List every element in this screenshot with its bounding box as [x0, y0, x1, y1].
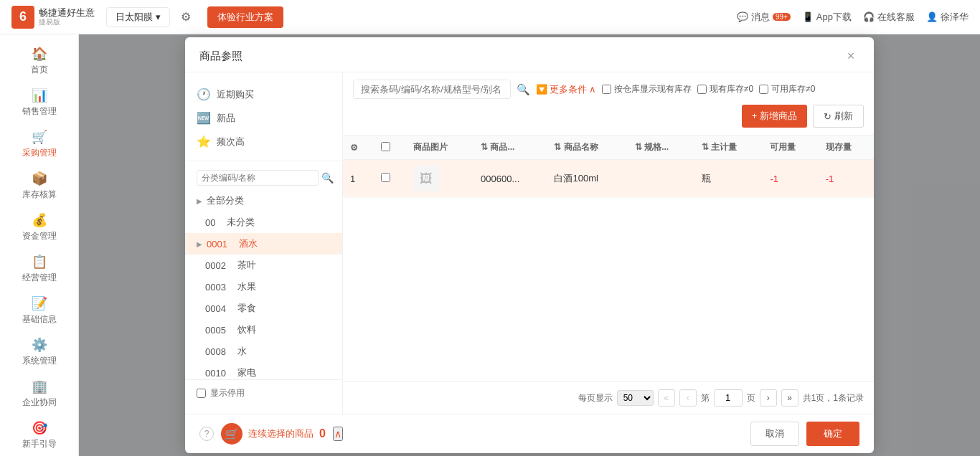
confirm-button[interactable]: 确定: [806, 422, 859, 446]
table-row[interactable]: 1 🖼 000600... 白酒100ml: [343, 160, 874, 198]
frequent-item[interactable]: ⭐ 频次高: [185, 130, 342, 153]
warehouse-checkbox[interactable]: [602, 85, 611, 94]
top-nav: 6 畅捷通好生意 捷易版 日太阳膜 ▾ ⚙ 体验行业方案 💬 消息 99+ 📱 …: [0, 0, 980, 34]
nav-right: 💬 消息 99+ 📱 App下载 🎧 在线客服 👤 徐泽华: [737, 11, 969, 24]
headset-icon: 🎧: [863, 11, 875, 22]
modal-header: 商品参照 ×: [185, 37, 874, 72]
basic-icon: 📝: [32, 295, 47, 311]
row-spec: [628, 160, 694, 198]
add-product-button[interactable]: + 新增商品: [742, 105, 807, 128]
per-page-select[interactable]: 50 10 20 100: [617, 390, 654, 406]
sidebar-item-operation[interactable]: 📋 经营管理: [0, 248, 78, 290]
cat-item-0010[interactable]: 0010 家电: [185, 362, 342, 379]
row-name: 白酒100ml: [547, 160, 627, 198]
sidebar-item-sales[interactable]: 📊 销售管理: [0, 82, 78, 123]
cancel-button[interactable]: 取消: [750, 422, 799, 446]
new-icon: 🆕: [197, 111, 211, 125]
cta-button[interactable]: 体验行业方案: [207, 6, 283, 28]
sort-icon-unit: ⇅: [702, 142, 709, 152]
cat-item-0008[interactable]: 0008 水: [185, 341, 342, 362]
app-download-item[interactable]: 📱 App下载: [802, 11, 852, 24]
next-page-button[interactable]: ›: [760, 389, 777, 407]
messages-nav-item[interactable]: 💬 消息 99+: [737, 11, 791, 24]
category-search-input[interactable]: [197, 170, 319, 186]
sort-icon: ⇅: [481, 142, 488, 152]
system-icon: ⚙️: [32, 337, 47, 353]
inventory-icon: 📦: [32, 171, 47, 186]
left-panel: 🕐 近期购买 🆕 新品 ⭐ 频次高: [185, 72, 343, 414]
sidebar-item-inventory[interactable]: 📦 库存核算: [0, 165, 78, 206]
sidebar-item-finance[interactable]: 💰 资金管理: [0, 206, 78, 248]
footer-buttons: 取消 确定: [750, 422, 859, 446]
sidebar-item-system[interactable]: ⚙️ 系统管理: [0, 331, 78, 373]
new-items-item[interactable]: 🆕 新品: [185, 106, 342, 130]
category-search-button[interactable]: 🔍: [321, 172, 334, 184]
col-settings: ⚙: [343, 136, 374, 160]
current-page-input[interactable]: [714, 389, 743, 407]
sidebar-item-enterprise[interactable]: 🏢 企业协同: [0, 373, 78, 414]
product-table: ⚙ 商品图片 ⇅ 商品... ⇅: [343, 136, 874, 198]
star-icon: ⭐: [197, 135, 211, 148]
col-checkbox: [374, 136, 407, 160]
modal-close-button[interactable]: ×: [842, 47, 859, 65]
row-code: 000600...: [473, 160, 547, 198]
modal: 商品参照 × 🕐 近期购买 🆕: [185, 37, 874, 453]
first-page-button[interactable]: «: [658, 389, 675, 407]
enterprise-icon: 🏢: [32, 379, 47, 394]
select-all-checkbox[interactable]: [381, 142, 390, 151]
cat-item-0005[interactable]: 0005 饮料: [185, 319, 342, 341]
online-service-item[interactable]: 🎧 在线客服: [863, 11, 915, 24]
last-page-button[interactable]: »: [781, 389, 798, 407]
finance-icon: 💰: [32, 212, 47, 228]
recent-buy-item[interactable]: 🕐 近期购买: [185, 82, 342, 106]
row-checkbox-cell: [374, 160, 407, 198]
sidebar-item-basic-info[interactable]: 📝 基础信息: [0, 290, 78, 331]
cat-item-00[interactable]: 00 未分类: [185, 212, 342, 233]
sidebar: 🏠 首页 📊 销售管理 🛒 采购管理 📦 库存核算 💰 资金管理 📋 经营管理 …: [0, 34, 79, 456]
user-profile-item[interactable]: 👤 徐泽华: [926, 11, 969, 24]
prev-page-button[interactable]: ‹: [679, 389, 697, 407]
phone-icon: 📱: [802, 11, 814, 22]
cat-item-0003[interactable]: 0003 水果: [185, 276, 342, 298]
sidebar-item-guide[interactable]: 🎯 新手引导: [0, 414, 78, 456]
sales-icon: 📊: [32, 87, 47, 103]
logo-area: 6 畅捷通好生意 捷易版: [11, 6, 95, 29]
sidebar-item-home[interactable]: 🏠 首页: [0, 40, 78, 82]
col-spec: ⇅ 规格...: [628, 136, 694, 160]
cat-item-0004[interactable]: 0004 零食: [185, 298, 342, 319]
chevron-down-icon: ▾: [156, 11, 161, 22]
show-disabled-checkbox[interactable]: [197, 389, 206, 398]
refresh-button[interactable]: ↻ 刷新: [813, 105, 864, 128]
cart-info: 🛒 连续选择的商品 0: [221, 423, 326, 445]
sort-icon-name: ⇅: [554, 142, 561, 152]
expand-icon: ▶: [197, 197, 202, 205]
modal-overlay: 商品参照 × 🕐 近期购买 🆕: [79, 34, 980, 456]
page-suffix-label: 页: [747, 392, 755, 404]
cat-item-0001[interactable]: ▶ 0001 酒水: [185, 233, 342, 255]
stock-checkbox[interactable]: [697, 85, 707, 94]
sidebar-item-purchase[interactable]: 🛒 采购管理: [0, 123, 78, 165]
main-search-button[interactable]: 🔍: [517, 83, 530, 96]
product-table-wrap: ⚙ 商品图片 ⇅ 商品... ⇅: [343, 136, 874, 381]
row-checkbox[interactable]: [381, 173, 390, 182]
settings-button[interactable]: ⚙: [174, 6, 197, 29]
main-search-input[interactable]: [353, 80, 511, 99]
right-panel: 🔍 🔽 更多条件 ∧ 按仓库显示现有库存: [343, 72, 874, 414]
operation-icon: 📋: [32, 254, 47, 270]
help-icon[interactable]: ?: [199, 427, 214, 441]
category-tree: ▶ 全部分类 00 未分类 ▶ 0001 酒水: [185, 190, 342, 379]
col-image: 商品图片: [406, 136, 473, 160]
nav-dropdown[interactable]: 日太阳膜 ▾: [106, 7, 170, 27]
available-label: 可用库存≠0: [771, 83, 815, 95]
filter-button[interactable]: 🔽 更多条件 ∧: [536, 83, 596, 96]
pagination-bar: 每页显示 50 10 20 100 « ‹ 第 页: [343, 381, 874, 414]
collapse-up-button[interactable]: ∧: [333, 427, 343, 441]
guide-icon: 🎯: [32, 420, 47, 436]
cat-item-0002[interactable]: 0002 茶叶: [185, 255, 342, 276]
divider: [185, 161, 342, 161]
available-checkbox[interactable]: [759, 85, 768, 94]
col-name: ⇅ 商品名称: [547, 136, 627, 160]
table-header-row: ⚙ 商品图片 ⇅ 商品... ⇅: [343, 136, 874, 160]
filter-icon: 🔽: [536, 84, 547, 95]
all-category-item[interactable]: ▶ 全部分类: [185, 190, 342, 212]
